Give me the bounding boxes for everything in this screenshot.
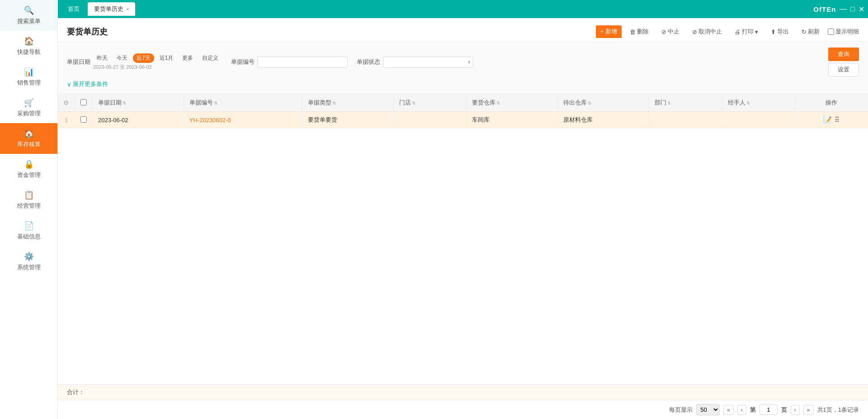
total-info: 共1页，1条记录: [817, 406, 859, 414]
bill-status-select-wrapper: [383, 57, 473, 68]
row-req-warehouse: 车间库: [467, 112, 558, 129]
sales-icon: 📊: [24, 67, 34, 77]
purchase-icon: 🛒: [24, 98, 34, 108]
date-tabs: 昨天 今天 近7天 近1月 更多 自定义 2023-05-27 至 2023-0…: [93, 53, 222, 71]
toolbar: + 新增 🗑 删除 ⊘ 中止 ⊘ 取消中止 🖨 打印 ▾: [596, 25, 859, 38]
date-tab-today[interactable]: 今天: [113, 53, 131, 63]
cancel-stop-button[interactable]: ⊘ 取消中止: [688, 25, 726, 38]
inventory-icon: 🏠: [24, 129, 34, 138]
date-range-display: 2023-05-27 至 2023-06-02: [93, 64, 222, 71]
new-button[interactable]: + 新增: [596, 25, 622, 38]
column-settings-icon[interactable]: ⚙: [63, 99, 69, 106]
finance-icon: 🔒: [24, 159, 34, 169]
maximize-button[interactable]: □: [850, 5, 855, 13]
sort-handler-icon: ⇅: [746, 100, 750, 105]
row-number: 1: [58, 112, 75, 129]
page-header: 要货单历史 + 新增 🗑 删除 ⊘ 中止 ⊘ 取消中止 🖨 打印: [58, 18, 868, 42]
sidebar-item-sys-mgmt[interactable]: ⚙️ 系统管理: [0, 246, 57, 277]
date-tab-custom[interactable]: 自定义: [198, 53, 222, 63]
pagination-bar: 每页显示 50 10 20 100 « ‹ 第 页 › » 共1页，1条记录: [58, 400, 868, 419]
th-pending-warehouse[interactable]: 待出仓库⇅: [558, 94, 649, 112]
th-handler[interactable]: 经手人⇅: [722, 94, 795, 112]
date-tab-1month[interactable]: 近1月: [156, 53, 177, 63]
more-icon[interactable]: ⠿: [835, 116, 840, 124]
date-tab-more[interactable]: 更多: [179, 53, 197, 63]
row-checkbox-cell: [75, 112, 93, 129]
query-button[interactable]: 查询: [828, 48, 859, 61]
expand-conditions-button[interactable]: ∨ 展开更多条件: [67, 80, 859, 88]
bill-no-link[interactable]: YH-20230602-0: [189, 117, 231, 124]
page-size-label: 每页显示: [669, 406, 693, 414]
action-icons: 📝 ⠿: [801, 116, 863, 124]
th-date[interactable]: 单据日期⇅: [93, 94, 184, 112]
table-header-row: ⚙ 单据日期⇅ 单据编号⇅ 单据类型⇅: [58, 94, 868, 112]
data-table: ⚙ 单据日期⇅ 单据编号⇅ 单据类型⇅: [58, 94, 868, 129]
delete-icon: 🗑: [630, 29, 636, 35]
cancel-stop-icon: ⊘: [692, 29, 697, 35]
display-detail-toggle[interactable]: 显示明细: [828, 28, 859, 36]
page-word: 页: [781, 406, 787, 414]
edit-icon[interactable]: 📝: [823, 116, 832, 124]
sys-icon: ⚙️: [24, 252, 34, 262]
display-detail-checkbox[interactable]: [828, 29, 834, 35]
tab-close-button[interactable]: ×: [126, 6, 129, 12]
sidebar-item-sales-mgmt[interactable]: 📊 销售管理: [0, 62, 57, 92]
print-button[interactable]: 🖨 打印 ▾: [730, 25, 763, 38]
date-tabs-container: 昨天 今天 近7天 近1月 更多 自定义: [93, 53, 222, 63]
th-req-warehouse[interactable]: 要货仓库⇅: [467, 94, 558, 112]
th-bill-no[interactable]: 单据编号⇅: [184, 94, 302, 112]
bill-no-input[interactable]: [257, 57, 348, 68]
bill-status-select[interactable]: [383, 57, 473, 68]
sidebar-item-quick-nav[interactable]: 🏠 快捷导航: [0, 31, 57, 62]
sidebar-item-finance-mgmt[interactable]: 🔒 资金管理: [0, 154, 57, 185]
table-area: ⚙ 单据日期⇅ 单据编号⇅ 单据类型⇅: [58, 94, 868, 384]
quick-nav-icon: 🏠: [24, 36, 34, 46]
page-jump-prefix: 第: [750, 406, 756, 414]
tab-home[interactable]: 首页: [61, 2, 86, 16]
th-bill-type[interactable]: 单据类型⇅: [302, 94, 394, 112]
filter-row: 单据日期 昨天 今天 近7天 近1月 更多 自定义 2023-05-27 至 2…: [67, 48, 859, 76]
print-chevron-icon: ▾: [755, 29, 758, 35]
page-input[interactable]: [760, 405, 778, 415]
settings-button[interactable]: 设置: [828, 63, 859, 76]
th-shop[interactable]: 门店⇅: [393, 94, 466, 112]
bill-status-label: 单据状态: [357, 58, 380, 66]
stop-icon: ⊘: [661, 29, 666, 35]
select-all-checkbox[interactable]: [80, 99, 87, 105]
th-checkbox: [75, 94, 93, 112]
row-date: 2023-06-02: [93, 112, 184, 129]
close-button[interactable]: ✕: [859, 5, 864, 14]
date-filter: 单据日期 昨天 今天 近7天 近1月 更多 自定义 2023-05-27 至 2…: [67, 53, 222, 71]
sort-req-warehouse-icon: ⇅: [496, 100, 500, 105]
row-dept: [649, 112, 722, 129]
date-filter-label: 单据日期: [67, 58, 90, 66]
stop-button[interactable]: ⊘ 中止: [657, 25, 684, 38]
next-page-button[interactable]: ›: [791, 405, 800, 415]
sidebar-item-basic-info[interactable]: 📄 基础信息: [0, 215, 57, 246]
sidebar-item-purchase-mgmt[interactable]: 🛒 采购管理: [0, 92, 57, 123]
minimize-button[interactable]: —: [840, 5, 847, 13]
th-dept[interactable]: 部门⇅: [649, 94, 722, 112]
tab-active[interactable]: 要货单历史 ×: [88, 2, 135, 16]
last-page-button[interactable]: »: [803, 405, 814, 415]
prev-page-button[interactable]: ‹: [737, 405, 746, 415]
filter-actions: 查询 设置: [828, 48, 859, 76]
page-size-select[interactable]: 50 10 20 100: [696, 404, 720, 415]
sidebar-item-search-menu[interactable]: 🔍 搜索菜单: [0, 0, 57, 31]
date-tab-yesterday[interactable]: 昨天: [93, 53, 111, 63]
row-checkbox[interactable]: [80, 116, 87, 123]
page-title: 要货单历史: [67, 26, 108, 37]
delete-button[interactable]: 🗑 删除: [625, 25, 653, 38]
date-tab-7days[interactable]: 近7天: [133, 53, 154, 63]
export-button[interactable]: ⬆ 导出: [766, 25, 793, 38]
table-row: 1 2023-06-02 YH-20230602-0 要货单要货 车间库 原材料…: [58, 112, 868, 129]
refresh-button[interactable]: ↻ 刷新: [797, 25, 824, 38]
sidebar-item-inventory-calc[interactable]: 🏠 库存核算: [0, 123, 57, 154]
filter-area: 单据日期 昨天 今天 近7天 近1月 更多 自定义 2023-05-27 至 2…: [58, 42, 868, 94]
sort-date-icon: ⇅: [123, 100, 126, 105]
first-page-button[interactable]: «: [723, 405, 734, 415]
bill-no-filter: 单据编号: [231, 57, 348, 68]
sidebar-item-ops-mgmt[interactable]: 📋 经营管理: [0, 185, 57, 215]
th-settings: ⚙: [58, 94, 75, 112]
export-icon: ⬆: [771, 29, 776, 35]
